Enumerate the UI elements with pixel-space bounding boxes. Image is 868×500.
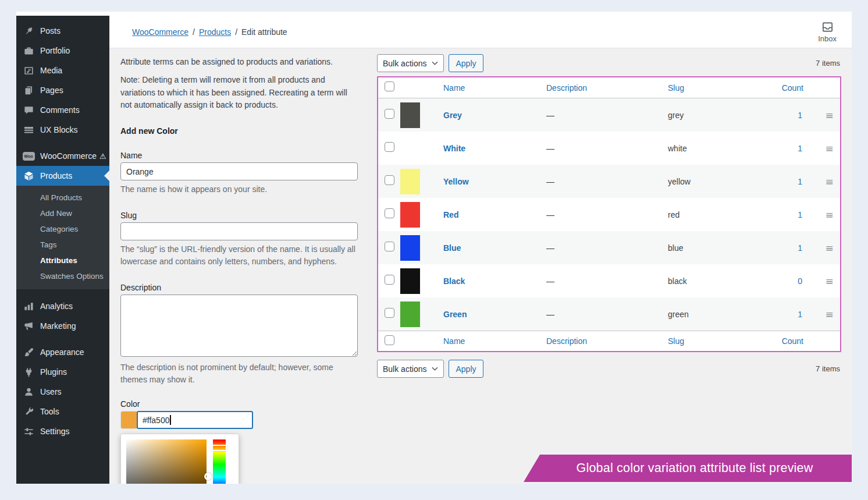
hue-slider[interactable] [213, 439, 226, 484]
column-footer-slug[interactable]: Slug [661, 336, 775, 346]
column-footer-name[interactable]: Name [436, 336, 539, 346]
column-header-slug[interactable]: Slug [661, 83, 775, 93]
submenu-item-all-products[interactable]: All Products [16, 190, 109, 205]
sidebar-item-label: Portfolio [40, 46, 70, 55]
sidebar-item-label: Tools [40, 407, 59, 416]
add-term-form: Attribute terms can be assigned to produ… [120, 48, 358, 484]
pages-icon [22, 84, 35, 97]
term-count-link[interactable]: 1 [798, 111, 802, 120]
term-count-link[interactable]: 1 [798, 144, 802, 153]
table-footer-row: Name Description Slug Count [378, 331, 840, 351]
row-menu-icon[interactable]: ≡ [819, 308, 840, 320]
tools-icon [22, 405, 35, 418]
appearance-icon [22, 346, 35, 359]
sidebar-item-plugins[interactable]: Plugins [16, 362, 109, 382]
sidebar-item-products[interactable]: Products [16, 166, 109, 186]
submenu-item-tags[interactable]: Tags [16, 237, 109, 253]
slug-input[interactable] [120, 222, 358, 240]
settings-icon [22, 425, 35, 438]
name-input[interactable] [120, 162, 358, 180]
term-count-link[interactable]: 1 [798, 177, 802, 186]
row-checkbox[interactable] [385, 109, 394, 119]
term-name-link[interactable]: White [436, 144, 465, 153]
blocks-icon [22, 123, 35, 136]
term-name-link[interactable]: Yellow [436, 177, 469, 186]
submenu-item-swatches-options[interactable]: Swatches Options [16, 268, 109, 284]
products-icon [22, 169, 35, 182]
term-count-link[interactable]: 1 [798, 243, 802, 253]
row-checkbox[interactable] [385, 242, 394, 251]
row-menu-icon[interactable]: ≡ [819, 242, 840, 254]
submenu-item-add-new[interactable]: Add New [16, 205, 109, 221]
submenu-item-categories[interactable]: Categories [16, 221, 109, 237]
saturation-handle[interactable] [204, 473, 212, 480]
submenu-item-attributes[interactable]: Attributes [16, 253, 109, 268]
column-footer-count[interactable]: Count [775, 336, 819, 346]
bulk-actions-select[interactable]: Bulk actions [377, 360, 444, 378]
sidebar-item-label: WooCommerce [40, 151, 97, 161]
term-count-link[interactable]: 0 [798, 276, 802, 286]
sidebar-item-posts[interactable]: Posts [16, 21, 109, 41]
bulk-actions-select[interactable]: Bulk actions [377, 54, 444, 72]
term-name-link[interactable]: Blue [436, 243, 461, 253]
sidebar-item-marketing[interactable]: Marketing [16, 316, 109, 336]
term-name-link[interactable]: Red [436, 210, 458, 219]
row-checkbox[interactable] [385, 175, 394, 185]
row-checkbox[interactable] [385, 208, 394, 218]
breadcrumb-link-products[interactable]: Products [199, 27, 231, 37]
row-menu-icon[interactable]: ≡ [819, 275, 840, 287]
sidebar-item-media[interactable]: Media [16, 61, 109, 80]
row-menu-icon[interactable]: ≡ [819, 143, 840, 154]
row-checkbox[interactable] [385, 308, 394, 318]
term-name-link[interactable]: Grey [436, 111, 462, 120]
column-footer-description[interactable]: Description [539, 336, 661, 346]
column-header-description[interactable]: Description [539, 83, 661, 93]
sidebar-item-portfolio[interactable]: Portfolio [16, 41, 109, 61]
products-submenu: All Products Add New Categories Tags Att… [16, 186, 109, 289]
column-header-name[interactable]: Name [436, 83, 539, 93]
sidebar-item-woocommerce[interactable]: Woo WooCommerce ⚠ [16, 146, 109, 166]
column-header-count[interactable]: Count [775, 83, 819, 93]
row-menu-icon[interactable]: ≡ [819, 176, 840, 187]
sidebar-item-analytics[interactable]: Analytics [16, 296, 109, 316]
term-color-swatch [400, 169, 420, 194]
items-count: 7 items [816, 59, 841, 68]
sidebar-item-label: UX Blocks [40, 125, 78, 134]
portfolio-icon [22, 44, 35, 57]
apply-button[interactable]: Apply [449, 54, 483, 72]
row-menu-icon[interactable]: ≡ [819, 209, 840, 221]
term-slug: blue [661, 243, 775, 253]
sidebar-item-tools[interactable]: Tools [16, 402, 109, 421]
sidebar-item-pages[interactable]: Pages [16, 80, 109, 100]
color-input[interactable]: #ffa500 [137, 411, 253, 429]
row-checkbox[interactable] [385, 275, 394, 285]
comments-icon [22, 104, 35, 116]
term-count-link[interactable]: 1 [798, 310, 802, 319]
table-row: Blue — blue 1 ≡ [378, 231, 840, 264]
term-name-link[interactable]: Green [436, 310, 467, 319]
row-checkbox[interactable] [385, 142, 394, 152]
description-textarea[interactable] [120, 295, 358, 357]
breadcrumb-link-woocommerce[interactable]: WooCommerce [132, 27, 188, 37]
chevron-down-icon [432, 61, 438, 65]
select-all-checkbox[interactable] [385, 81, 394, 91]
saturation-square[interactable] [126, 439, 207, 484]
terms-list: Bulk actions Apply 7 items Name [377, 48, 841, 378]
sidebar-item-users[interactable]: Users [16, 382, 109, 402]
apply-button[interactable]: Apply [449, 360, 483, 378]
inbox-button[interactable]: Inbox [818, 20, 837, 43]
sidebar-item-comments[interactable]: Comments [16, 100, 109, 120]
sidebar-item-settings[interactable]: Settings [16, 421, 109, 441]
inbox-icon [821, 20, 834, 34]
row-menu-icon[interactable]: ≡ [819, 109, 840, 121]
select-all-checkbox[interactable] [385, 335, 394, 345]
color-swatch-button[interactable] [120, 411, 137, 429]
hue-handle[interactable] [211, 445, 227, 451]
sidebar-item-label: Analytics [40, 302, 73, 311]
term-name-link[interactable]: Black [436, 276, 465, 286]
sidebar-item-ux-blocks[interactable]: UX Blocks [16, 120, 109, 140]
sidebar-item-appearance[interactable]: Appearance [16, 342, 109, 362]
term-count-link[interactable]: 1 [798, 210, 802, 219]
term-color-swatch [400, 102, 420, 128]
users-icon [22, 385, 35, 398]
